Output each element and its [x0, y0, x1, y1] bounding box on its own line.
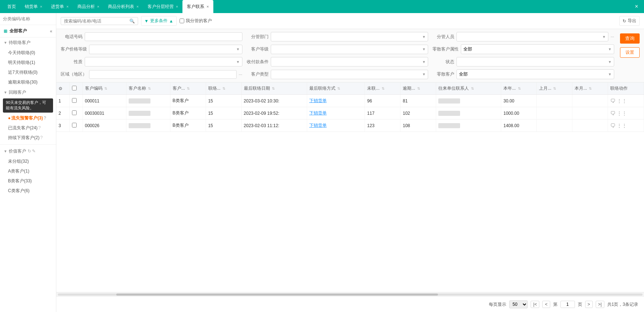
settings-gear-icon[interactable]: ⚙	[59, 86, 63, 91]
sidebar-item-7days[interactable]: 近7天待联络(0)	[0, 68, 56, 77]
edit-icon[interactable]: ✎	[32, 149, 36, 154]
row-checkbox-0[interactable]	[72, 98, 77, 103]
sidebar-group-header-pending[interactable]: ▼ 待联络客户	[0, 37, 56, 48]
refresh-icon[interactable]: ↻	[28, 149, 31, 154]
close-customer-contact-tab[interactable]: ×	[206, 4, 209, 9]
sort-last-month-icon[interactable]: ⇅	[553, 86, 556, 90]
action-more-icon-1[interactable]: ⋮⋮	[617, 110, 627, 116]
query-button[interactable]: 查询	[620, 33, 640, 44]
sort-this-year-icon[interactable]: ⇅	[518, 86, 521, 90]
close-purchase-tab[interactable]: ×	[66, 4, 68, 9]
sidebar-item-overdue-contact[interactable]: 逾期未联络(30)	[0, 77, 56, 87]
nav-customer-tier[interactable]: 客户分层经营 ×	[143, 0, 182, 13]
horizontal-scrollbar[interactable]	[56, 292, 644, 296]
filter-payment-select[interactable]: ▼	[271, 57, 428, 66]
more-filter-button[interactable]: ▼ 更多条件 ▲	[141, 16, 177, 26]
close-product-analysis-tab[interactable]: ×	[97, 4, 99, 9]
next-page-button[interactable]: >	[585, 301, 593, 308]
sort-name-icon[interactable]: ⇅	[148, 86, 151, 90]
filter-region-more[interactable]: ···	[239, 72, 242, 77]
per-page-select[interactable]: 50 20 100	[509, 300, 528, 308]
last-method-link-1[interactable]: 下销货单	[309, 110, 327, 116]
close-sales-tab[interactable]: ×	[40, 4, 42, 9]
sidebar-item-class-a[interactable]: A类客户(1)	[0, 166, 56, 176]
filter-scattered-attr-select[interactable]: 全部 ▼	[461, 44, 614, 54]
person-arrow-icon: ▼	[602, 35, 606, 39]
close-product-analysis-list-tab[interactable]: ×	[136, 4, 138, 9]
filter-price-grade-select[interactable]: ▼	[89, 45, 242, 54]
cell-type-0: B类客户	[170, 95, 206, 107]
main-search-icon[interactable]: 🔍	[129, 19, 135, 24]
sort-no-contact-icon[interactable]: ⇅	[382, 86, 385, 90]
sort-this-month-icon[interactable]: ⇅	[589, 86, 592, 90]
filter-scattered-select[interactable]: 全部 ▼	[456, 69, 614, 79]
last-method-link-0[interactable]: 下销货单	[309, 98, 327, 103]
sidebar-item-class-b[interactable]: B类客户(33)	[0, 176, 56, 186]
sidebar-item-declining[interactable]: 持续下滑客户(2) ?	[0, 133, 56, 143]
nav-product-analysis[interactable]: 商品分析 ×	[73, 0, 104, 13]
main-search-input[interactable]	[64, 19, 129, 24]
sidebar-group-header-value[interactable]: ▼ 价值客户 ↻ ✎	[0, 146, 56, 157]
sidebar-item-churned[interactable]: 已流失客户(24) ?	[0, 123, 56, 133]
filter-person-select[interactable]: ▼	[456, 32, 608, 41]
table-header-row: ⚙ 客户编码 ⇅ 客户名称 ⇅	[56, 82, 644, 95]
sidebar-item-ungrouped[interactable]: 未分组(32)	[0, 157, 56, 166]
sidebar-search-input[interactable]	[3, 16, 56, 21]
settings-button[interactable]: 设置	[620, 47, 640, 58]
cell-contact-person-0	[436, 95, 501, 107]
prev-page-button[interactable]: <	[542, 301, 550, 308]
sidebar-item-churn-warning[interactable]: ● 流失预警客户(3) ?	[0, 113, 56, 123]
sort-code-icon[interactable]: ⇅	[104, 86, 107, 90]
row-checkbox-1[interactable]	[72, 110, 77, 115]
sort-last-method-icon[interactable]: ⇅	[337, 86, 340, 90]
sidebar-item-today[interactable]: 今天待联络(0)	[0, 48, 56, 58]
action-chat-icon-1[interactable]: 🗨	[610, 110, 615, 116]
sidebar-item-tomorrow[interactable]: 明天待联络(1)	[0, 58, 56, 68]
action-chat-icon-0[interactable]: 🗨	[610, 98, 615, 104]
scrollbar-thumb[interactable]	[116, 293, 438, 296]
sidebar-collapse-icon[interactable]: «	[50, 29, 52, 34]
sort-last-date-icon[interactable]: ⇅	[272, 86, 275, 90]
question-icon: ?	[44, 116, 46, 121]
action-chat-icon-2[interactable]: 🗨	[610, 123, 615, 129]
my-customers-checkbox[interactable]	[180, 19, 184, 23]
filter-dept-select[interactable]: ▼	[271, 32, 428, 41]
action-more-icon-2[interactable]: ⋮⋮	[617, 123, 627, 129]
filter-region-input[interactable]	[89, 70, 237, 79]
cell-last-method-0: 下销货单	[307, 95, 365, 107]
select-all-checkbox[interactable]	[72, 86, 77, 90]
nav-product-analysis-list[interactable]: 商品分析列表 ×	[104, 0, 143, 13]
last-page-button[interactable]: >|	[596, 301, 604, 308]
nav-sales[interactable]: 销货单 ×	[20, 0, 47, 13]
th-contact: 联络... ⇅	[206, 82, 241, 95]
export-button[interactable]: ↻ 导出	[619, 16, 640, 26]
action-more-icon-0[interactable]: ⋮⋮	[617, 98, 627, 104]
filter-customer-type-select[interactable]: ▼	[271, 70, 428, 79]
sort-contact-person-icon[interactable]: ⇅	[471, 86, 474, 90]
first-page-button[interactable]: |<	[531, 301, 539, 308]
filter-person-more[interactable]: ···	[611, 34, 614, 39]
sidebar-all-customers[interactable]: ⊞ 全部客户 «	[0, 25, 56, 37]
sort-type-icon[interactable]: ⇅	[187, 86, 190, 90]
status-arrow-icon: ▼	[608, 60, 612, 64]
page-number-input[interactable]	[560, 301, 575, 308]
sort-overdue-icon[interactable]: ⇅	[417, 86, 420, 90]
filter-customer-grade-select[interactable]: ▼	[271, 45, 428, 54]
last-method-link-2[interactable]: 下销货单	[309, 123, 327, 128]
filter-status-select[interactable]: ▼	[456, 57, 614, 66]
nav-customer-contact[interactable]: 客户联系 ×	[182, 0, 213, 13]
filter-nature-select[interactable]: ▼	[85, 57, 242, 66]
cell-last-method-1: 下销货单	[307, 107, 365, 119]
filter-phone-input[interactable]	[85, 32, 242, 41]
row-checkbox-2[interactable]	[72, 123, 77, 127]
nav-home[interactable]: 首页	[3, 0, 20, 13]
close-all-button[interactable]: ×	[632, 2, 641, 11]
sort-contact-icon[interactable]: ⇅	[222, 86, 225, 90]
nav-purchase[interactable]: 进货单 ×	[47, 0, 73, 13]
close-customer-tier-tab[interactable]: ×	[176, 4, 178, 9]
my-customers-checkbox-wrap[interactable]: 我分管的客户	[180, 18, 212, 24]
sidebar-group-header-review[interactable]: ▼ 回顾客户	[0, 87, 56, 98]
table-row: 3 000026 B类客户 15 2023-02-03 11:12: 下销货单 …	[56, 119, 644, 132]
filter-customer-type: 客户类型 ▼	[247, 70, 428, 79]
sidebar-item-class-c[interactable]: C类客户(6)	[0, 186, 56, 196]
